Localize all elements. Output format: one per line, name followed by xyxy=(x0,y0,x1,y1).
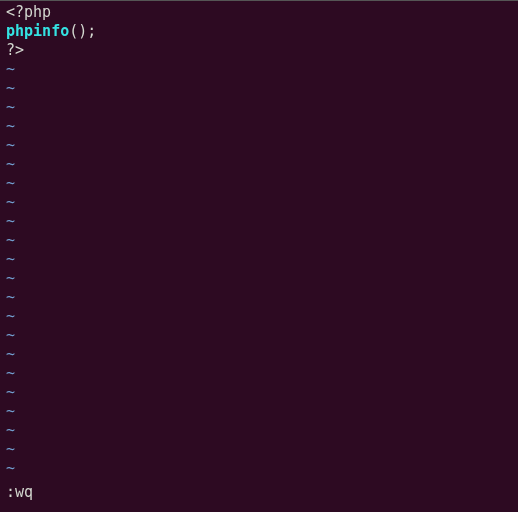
empty-line-tilde: ~ xyxy=(6,421,512,440)
php-function-name: phpinfo xyxy=(6,22,69,40)
empty-line-tilde: ~ xyxy=(6,307,512,326)
empty-line-tilde: ~ xyxy=(6,440,512,459)
code-line-2: phpinfo(); xyxy=(6,22,512,41)
empty-line-tilde: ~ xyxy=(6,117,512,136)
empty-line-tilde: ~ xyxy=(6,60,512,79)
empty-line-tilde: ~ xyxy=(6,269,512,288)
empty-line-tilde: ~ xyxy=(6,174,512,193)
empty-line-tilde: ~ xyxy=(6,193,512,212)
empty-line-tilde: ~ xyxy=(6,402,512,421)
empty-line-tilde: ~ xyxy=(6,383,512,402)
code-line-1: <?php xyxy=(6,3,512,22)
code-line-3: ?> xyxy=(6,41,512,60)
vim-command-line[interactable]: :wq xyxy=(6,483,33,502)
empty-line-tilde: ~ xyxy=(6,288,512,307)
empty-line-tilde: ~ xyxy=(6,364,512,383)
empty-line-tilde: ~ xyxy=(6,231,512,250)
empty-line-tilde: ~ xyxy=(6,79,512,98)
empty-line-tilde: ~ xyxy=(6,250,512,269)
vim-editor-buffer[interactable]: <?php phpinfo(); ?> ~~~~~~~~~~~~~~~~~~~~… xyxy=(0,1,518,478)
empty-line-tilde: ~ xyxy=(6,326,512,345)
empty-line-tilde: ~ xyxy=(6,136,512,155)
php-close-tag: ?> xyxy=(6,41,24,59)
empty-line-tilde: ~ xyxy=(6,345,512,364)
php-open-tag: <?php xyxy=(6,3,51,21)
empty-line-tilde: ~ xyxy=(6,155,512,174)
empty-line-tilde: ~ xyxy=(6,98,512,117)
php-parentheses: (); xyxy=(69,22,96,40)
empty-line-tilde: ~ xyxy=(6,212,512,231)
empty-line-tilde: ~ xyxy=(6,459,512,478)
